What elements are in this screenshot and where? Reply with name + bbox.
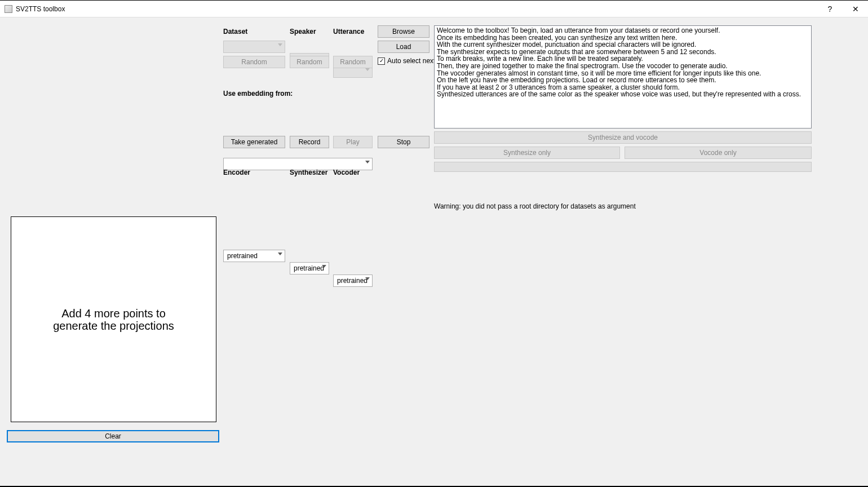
- close-button[interactable]: ✕: [843, 1, 868, 17]
- encoder-combo-value: pretrained: [227, 252, 258, 260]
- projection-plot: Add 4 more points to generate the projec…: [11, 216, 216, 422]
- auto-select-next-label: Auto select next: [387, 57, 435, 65]
- vocoder-label: Vocoder: [333, 169, 360, 176]
- projection-plot-text: Add 4 more points to generate the projec…: [53, 307, 174, 332]
- load-button[interactable]: Load: [378, 41, 429, 53]
- vocoder-combo-value: pretrained: [337, 277, 367, 285]
- auto-select-next-wrap[interactable]: ✓ Auto select next: [378, 57, 435, 65]
- encoder-combo[interactable]: pretrained: [223, 250, 285, 262]
- synthesizer-label: Synthesizer: [290, 169, 327, 176]
- help-button[interactable]: ?: [817, 1, 843, 17]
- synthesize-vocode-button[interactable]: Synthesize and vocode: [434, 131, 812, 144]
- dataset-label: Dataset: [223, 28, 247, 36]
- random-utterance-button[interactable]: Random: [333, 56, 373, 68]
- record-button[interactable]: Record: [290, 136, 329, 148]
- play-button[interactable]: Play: [333, 136, 373, 148]
- app-icon: [5, 5, 12, 13]
- encoder-label: Encoder: [223, 169, 250, 176]
- clear-button[interactable]: Clear: [7, 430, 219, 442]
- dataset-combo[interactable]: [223, 41, 285, 53]
- auto-select-next-checkbox[interactable]: ✓: [378, 57, 385, 65]
- vocode-only-button[interactable]: Vocode only: [625, 147, 812, 159]
- synthesize-only-button[interactable]: Synthesize only: [434, 147, 620, 159]
- progress-bar: [434, 162, 812, 172]
- utterance-label: Utterance: [333, 28, 364, 36]
- use-embedding-label: Use embedding from:: [223, 90, 293, 98]
- browse-button[interactable]: Browse: [378, 25, 429, 38]
- random-dataset-button[interactable]: Random: [223, 56, 285, 68]
- window-title: SV2TTS toolbox: [16, 5, 817, 13]
- titlebar: SV2TTS toolbox ? ✕: [0, 1, 868, 17]
- synthesizer-combo[interactable]: pretrained: [290, 262, 329, 275]
- speaker-label: Speaker: [290, 28, 316, 36]
- take-generated-button[interactable]: Take generated: [223, 136, 285, 148]
- random-speaker-button[interactable]: Random: [290, 56, 329, 68]
- warning-text: Warning: you did not pass a root directo…: [434, 202, 636, 210]
- text-input-content: Welcome to the toolbox! To begin, load a…: [437, 26, 801, 98]
- synthesizer-combo-value: pretrained: [294, 264, 324, 272]
- stop-button[interactable]: Stop: [378, 136, 429, 148]
- vocoder-combo[interactable]: pretrained: [333, 275, 373, 287]
- text-input[interactable]: Welcome to the toolbox! To begin, load a…: [434, 25, 812, 129]
